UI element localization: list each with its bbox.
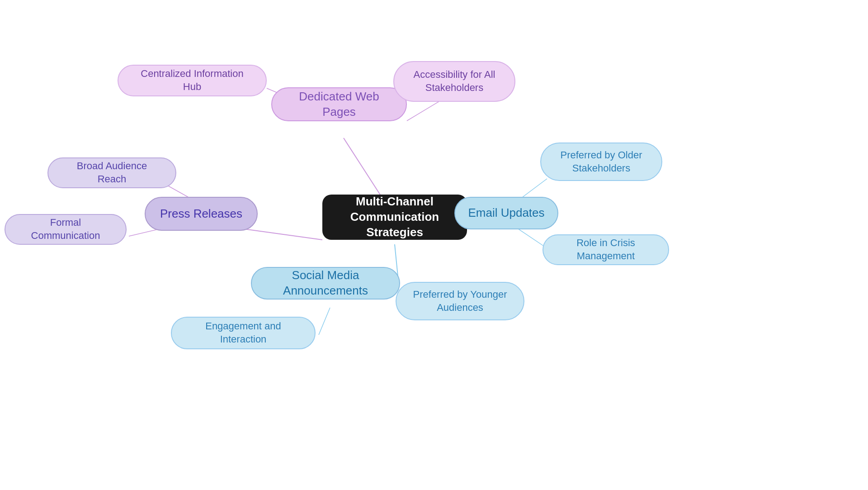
svg-line-11 [319,308,330,335]
broad-audience-reach-node: Broad Audience Reach [47,157,176,188]
center-node: Multi-Channel Communication Strategies [322,195,467,240]
press-releases-node: Press Releases [145,197,258,231]
preferred-older-node: Preferred by Older Stakeholders [540,143,662,181]
formal-communication-node: Formal Communication [5,214,127,245]
role-crisis-node: Role in Crisis Management [542,234,669,265]
accessibility-node: Accessibility for All Stakeholders [393,61,515,102]
preferred-younger-node: Preferred by Younger Audiences [396,282,524,320]
centralized-info-hub-node: Centralized Information Hub [118,65,267,96]
engagement-node: Engagement and Interaction [171,317,316,349]
dedicated-web-pages-node: Dedicated Web Pages [271,87,407,121]
email-updates-node: Email Updates [454,197,558,229]
social-media-node: Social Media Announcements [251,267,400,300]
